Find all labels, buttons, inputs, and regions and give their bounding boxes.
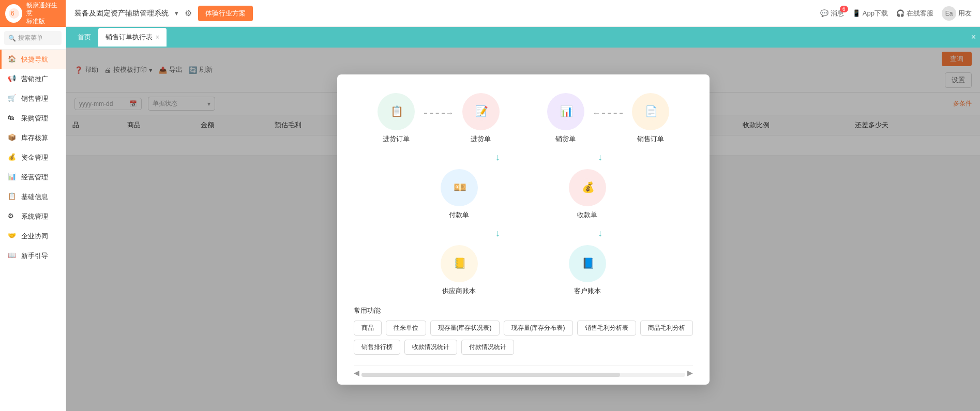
sidebar-item-management[interactable]: 📊 经营管理 [0,168,66,187]
sidebar-nav: 🏠 快捷导航 📢 营销推广 🛒 销售管理 🛍 采购管理 📦 库存核算 💰 [0,50,66,411]
svg-text:📝: 📝 [475,105,488,117]
tab-close-icon[interactable]: × [156,34,159,41]
sidebar-item-basic-info[interactable]: 📋 基础信息 [0,187,66,207]
tab-bar-close-icon[interactable]: × [971,33,976,42]
flow-item-sale-slip[interactable]: 📊 销货单 [543,87,589,150]
common-functions: 常用功能 商品 往来单位 现存量(库存状况表) 现存量(库存分布表) 销售毛利分… [354,306,693,365]
svg-text:📋: 📋 [390,105,403,117]
sidebar-item-sales[interactable]: 🛒 销售管理 [0,89,66,109]
logo-text: 畅康通好生意 标准版 [26,2,61,26]
search-button[interactable]: 🔍 搜索菜单 [4,31,62,45]
info-icon: 📋 [8,192,17,202]
quick-nav-modal: 📋 进货订单 → [337,74,710,385]
flow-item-receipt[interactable]: 💰 收款单 [565,163,610,226]
scrollbar-thumb [361,373,621,377]
func-btn-sales-rank[interactable]: 销售排行榜 [354,340,400,355]
management-icon: 📊 [8,173,17,182]
modal-inner: 📋 进货订单 → [337,74,710,385]
down-arrow-purchase: ↓ [495,152,500,163]
modal-overlay[interactable]: 📋 进货订单 → [66,48,980,411]
flow-item-purchase-order[interactable]: 📋 进货订单 [373,87,419,150]
system-title: 装备及固定资产辅助管理系统 [74,9,169,18]
guide-icon: 📖 [8,251,17,261]
modal-scrollbar[interactable] [361,373,685,377]
messages-action[interactable]: 💬 消息 6 [820,9,844,18]
func-btn-stock-dist[interactable]: 现存量(库存分布表) [504,321,573,336]
receipt-icon: 💰 [569,169,606,206]
sidebar-item-quick-nav[interactable]: 🏠 快捷导航 [0,50,66,69]
user-action[interactable]: Ea 用友 [942,6,972,21]
online-service-action[interactable]: 🎧 在线客服 [896,9,933,18]
supplier-ledger-icon: 📒 [441,245,478,282]
service-icon: 🎧 [896,9,904,17]
scroll-left-icon[interactable]: ◀ [354,369,359,377]
func-btn-stock-status[interactable]: 现存量(库存状况表) [430,321,500,336]
marketing-icon: 📢 [8,74,17,84]
func-btn-goods[interactable]: 商品 [354,321,382,336]
down-arrow-payment: ↓ [495,228,500,239]
purchase-order-icon: 📋 [378,93,415,130]
purchase-icon: 🛍 [8,114,17,123]
func-btn-partners[interactable]: 往来单位 [386,321,426,336]
sidebar-item-collab[interactable]: 🤝 企业协同 [0,226,66,246]
svg-text:💴: 💴 [454,181,466,193]
home-icon: 🏠 [8,55,17,64]
svg-text:6: 6 [11,10,14,17]
svg-text:📄: 📄 [645,105,658,117]
sales-icon: 🛒 [8,94,17,103]
sidebar-logo: 6 畅康通好生意 标准版 [0,0,66,27]
svg-text:💰: 💰 [582,181,595,193]
chevron-down-icon: ▾ [175,9,178,17]
flow-item-sale-order[interactable]: 📄 销售订单 [628,87,673,150]
avatar: Ea [942,6,956,21]
sale-order-icon: 📄 [632,93,669,130]
sidebar-item-finance[interactable]: 💰 资金管理 [0,148,66,168]
messages-badge: 6 [840,6,848,12]
flow-item-customer-ledger[interactable]: 📘 客户账本 [565,239,610,302]
sidebar: 6 畅康通好生意 标准版 🔍 搜索菜单 🏠 快捷导航 📢 营销推广 [0,0,66,411]
system-icon: ⚙ [8,212,17,221]
svg-text:📘: 📘 [582,257,595,269]
func-btn-goods-gross[interactable]: 商品毛利分析 [640,321,693,336]
inventory-icon: 📦 [8,133,17,143]
topbar-dropdown[interactable]: ▾ [175,9,178,17]
search-icon: 🔍 [8,35,16,42]
sidebar-item-guide[interactable]: 📖 新手引导 [0,246,66,266]
func-btn-sales-gross[interactable]: 销售毛利分析表 [577,321,636,336]
purchase-slip-icon: 📝 [462,93,500,130]
experience-button[interactable]: 体验行业方案 [198,6,253,21]
app-download-action[interactable]: 📱 App下载 [852,9,888,18]
tab-sales-order[interactable]: 销售订单执行表 × [98,28,167,47]
flow-item-supplier-ledger[interactable]: 📒 供应商账本 [436,239,482,302]
page-content: ❓ 帮助 🖨 按模板打印 ▾ 📤 导出 🔄 刷新 查询 [66,48,980,411]
svg-text:📊: 📊 [560,105,573,117]
svg-text:📒: 📒 [454,257,466,269]
down-arrow-sale: ↓ [598,152,602,163]
sidebar-item-purchase[interactable]: 🛍 采购管理 [0,109,66,128]
flow-section: 📋 进货订单 → [354,87,693,302]
sale-slip-icon: 📊 [547,93,584,130]
payment-icon: 💴 [441,169,478,206]
func-buttons-row1: 商品 往来单位 现存量(库存状况表) 现存量(库存分布表) 销售毛利分析表 商品… [354,321,693,336]
common-functions-title: 常用功能 [354,306,693,315]
tab-bar: 首页 销售订单执行表 × × [66,27,980,48]
main-content: 装备及固定资产辅助管理系统 ▾ ⚙ 体验行业方案 💬 消息 6 📱 App下载 … [66,0,980,411]
sidebar-item-inventory[interactable]: 📦 库存核算 [0,128,66,148]
topbar: 装备及固定资产辅助管理系统 ▾ ⚙ 体验行业方案 💬 消息 6 📱 App下载 … [66,0,980,27]
flow-item-payment[interactable]: 💴 付款单 [436,163,482,226]
scroll-right-icon[interactable]: ▶ [687,369,693,377]
collab-icon: 🤝 [8,232,17,241]
sidebar-item-marketing[interactable]: 📢 营销推广 [0,69,66,89]
sidebar-item-system[interactable]: ⚙ 系统管理 [0,207,66,226]
sidebar-search[interactable]: 🔍 搜索菜单 [0,27,66,50]
func-btn-payment-stats[interactable]: 付款情况统计 [461,340,514,355]
customer-ledger-icon: 📘 [569,245,606,282]
finance-icon: 💰 [8,153,17,162]
flow-item-purchase-slip[interactable]: 📝 进货单 [458,87,504,150]
func-buttons-row2: 销售排行榜 收款情况统计 付款情况统计 [354,340,693,355]
func-btn-receipt-stats[interactable]: 收款情况统计 [404,340,457,355]
topbar-actions: 💬 消息 6 📱 App下载 🎧 在线客服 Ea 用友 [820,6,972,21]
download-icon: 📱 [852,9,861,17]
tab-home[interactable]: 首页 [70,28,98,47]
gear-button[interactable]: ⚙ [185,8,192,18]
